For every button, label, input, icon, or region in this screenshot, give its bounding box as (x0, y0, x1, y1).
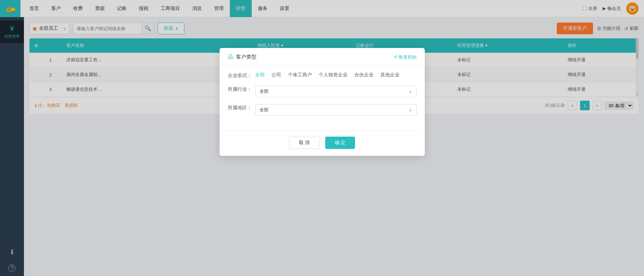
option-sole[interactable]: 个人独资企业 (319, 72, 347, 78)
modal-reset-button[interactable]: ↺ 恢复初始 (394, 54, 417, 60)
reset-icon: ↺ (394, 54, 397, 60)
industry-select[interactable]: 全部 ∨ (255, 86, 417, 97)
confirm-button[interactable]: 确 定 (325, 137, 355, 149)
cancel-button[interactable]: 取 消 (289, 137, 320, 149)
modal-title-text: 客户类型 (236, 54, 257, 60)
region-row: 所属地区： 全部 ∨ (228, 104, 417, 116)
option-partnership[interactable]: 合伙企业 (354, 72, 373, 78)
region-select[interactable]: 全部 ∨ (255, 104, 417, 116)
industry-select-wrap: 全部 ∨ (255, 86, 417, 97)
enterprise-form-label: 企业形式： (228, 72, 255, 79)
industry-row: 所属行业： 全部 ∨ (228, 86, 417, 97)
region-value: 全部 (260, 107, 268, 113)
modal-title-icon: 品 (228, 53, 233, 61)
enterprise-form-options: 全部 公司 个体工商户 个人独资企业 合伙企业 其他企业 (255, 72, 417, 78)
option-individual[interactable]: 个体工商户 (288, 72, 312, 78)
modal-overlay: 品 客户类型 ↺ 恢复初始 企业形式： 全部 公司 个体工商户 个人独资企业 合… (0, 0, 644, 276)
modal-spacer (220, 123, 425, 131)
enterprise-radio-group: 全部 公司 个体工商户 个人独资企业 合伙企业 其他企业 (255, 72, 417, 78)
region-select-wrap: 全部 ∨ (255, 104, 417, 116)
modal-body: 企业形式： 全部 公司 个体工商户 个人独资企业 合伙企业 其他企业 所属行业： (220, 65, 425, 123)
industry-value: 全部 (260, 88, 268, 95)
option-company[interactable]: 公司 (272, 72, 281, 78)
filter-modal: 品 客户类型 ↺ 恢复初始 企业形式： 全部 公司 个体工商户 个人独资企业 合… (220, 48, 425, 156)
option-all[interactable]: 全部 (255, 72, 265, 78)
region-chevron-icon: ∨ (409, 108, 412, 113)
option-other[interactable]: 其他企业 (380, 72, 399, 78)
modal-header: 品 客户类型 ↺ 恢复初始 (220, 48, 425, 65)
modal-footer: 取 消 确 定 (220, 131, 425, 156)
industry-chevron-icon: ∨ (409, 89, 412, 94)
industry-label: 所属行业： (228, 86, 255, 92)
enterprise-form-row: 企业形式： 全部 公司 个体工商户 个人独资企业 合伙企业 其他企业 (228, 72, 417, 79)
modal-title: 品 客户类型 (228, 53, 257, 61)
region-label: 所属地区： (228, 104, 255, 111)
reset-label: 恢复初始 (399, 54, 417, 60)
